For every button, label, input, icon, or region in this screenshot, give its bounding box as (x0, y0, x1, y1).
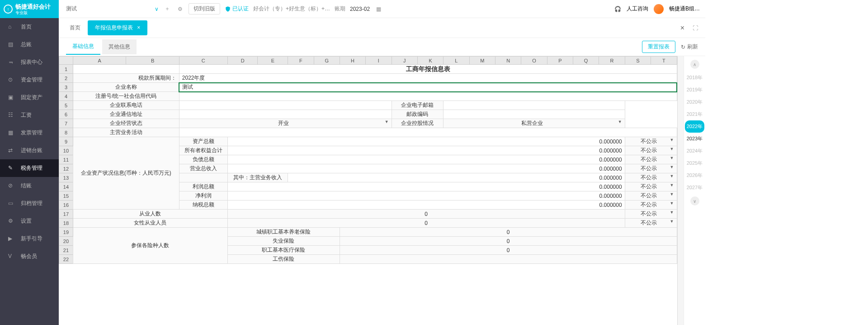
nav-close[interactable]: ⊘结账 (0, 177, 59, 195)
nav-archive[interactable]: ▭归档管理 (0, 195, 59, 212)
year-2025年[interactable]: 2025年 (685, 157, 704, 169)
avatar[interactable] (654, 4, 664, 14)
gear-icon[interactable]: ⚙ (176, 6, 184, 12)
row-header[interactable]: 17 (59, 210, 73, 219)
col-header[interactable]: J (392, 57, 417, 65)
biz-status-select[interactable]: 开业▼ (179, 119, 392, 128)
scrollbar-vertical[interactable] (677, 56, 684, 325)
col-header[interactable]: C (179, 57, 227, 65)
user-name[interactable]: 畅捷通B组… (669, 5, 700, 13)
nav-ledger[interactable]: ▤总账 (0, 36, 59, 53)
row-header[interactable]: 11 (59, 155, 73, 164)
subtab-other[interactable]: 其他信息 (102, 39, 137, 54)
insurance-group[interactable]: 参保各险种人数 (73, 228, 227, 264)
row-header[interactable]: 16 (59, 201, 73, 210)
year-down-icon[interactable]: ∨ (690, 196, 699, 206)
year-2023年[interactable]: 2023年 (685, 133, 704, 145)
headset-icon[interactable]: 🎧 (614, 6, 621, 12)
row-header[interactable]: 13 (59, 173, 73, 182)
row-header[interactable]: 22 (59, 255, 73, 264)
col-header[interactable]: L (443, 57, 469, 65)
col-header[interactable]: R (599, 57, 625, 65)
tab-home[interactable]: 首页 (62, 20, 88, 35)
row-header[interactable]: 8 (59, 128, 73, 137)
col-header[interactable]: B (126, 57, 179, 65)
nav-settings[interactable]: ⚙设置 (0, 212, 59, 230)
subtab-basic[interactable]: 基础信息 (66, 39, 100, 55)
year-2021年[interactable]: 2021年 (685, 108, 704, 120)
row-header[interactable]: 3 (59, 83, 73, 92)
period-value[interactable]: 2023-02 (350, 6, 370, 12)
reset-button[interactable]: 重置报表 (642, 41, 675, 53)
nav-salary[interactable]: ☷工资 (0, 106, 59, 124)
col-header[interactable]: N (495, 57, 521, 65)
col-header[interactable] (59, 57, 73, 65)
col-header[interactable]: K (417, 57, 443, 65)
period-label[interactable]: 税款所属期间： (73, 74, 179, 83)
row-header[interactable]: 18 (59, 219, 73, 228)
nav-guide[interactable]: ▶新手引导 (0, 230, 59, 248)
col-header[interactable]: S (625, 57, 651, 65)
holding-select[interactable]: 私营企业▼ (443, 119, 625, 128)
nav-home[interactable]: ⌂首页 (0, 18, 59, 36)
nav-fund[interactable]: ⊙资金管理 (0, 71, 59, 89)
expand-icon[interactable]: ⛶ (689, 25, 702, 31)
row-header[interactable]: 2 (59, 74, 73, 83)
row-header[interactable]: 9 (59, 137, 73, 146)
nav-asset[interactable]: ▣固定资产 (0, 89, 59, 106)
row-header[interactable]: 5 (59, 101, 73, 110)
col-header[interactable]: F (288, 57, 314, 65)
year-2019年[interactable]: 2019年 (685, 84, 704, 96)
row-header[interactable]: 20 (59, 237, 73, 246)
col-header[interactable]: Q (573, 57, 599, 65)
refresh-button[interactable]: ↻ 刷新 (681, 43, 698, 51)
row-header[interactable]: 21 (59, 246, 73, 255)
close-icon[interactable]: × (676, 24, 689, 32)
row-header[interactable]: 14 (59, 182, 73, 191)
period-value[interactable]: 2022年度 (179, 74, 677, 83)
col-header[interactable]: G (314, 57, 340, 65)
year-2020年[interactable]: 2020年 (685, 96, 704, 108)
row-header[interactable]: 15 (59, 191, 73, 201)
col-header[interactable]: E (258, 57, 288, 65)
nav-stock[interactable]: ⇄进销台账 (0, 142, 59, 159)
sheet-title[interactable]: 工商年报信息表 (179, 65, 677, 74)
row-header[interactable]: 4 (59, 92, 73, 101)
nav-tax[interactable]: ✎税务管理 (0, 159, 59, 177)
tab-close-icon[interactable]: × (137, 24, 140, 31)
row-header[interactable]: 10 (59, 146, 73, 155)
nav-vip[interactable]: V畅会员 (0, 248, 59, 265)
col-header[interactable]: O (521, 57, 547, 65)
col-header[interactable]: A (73, 57, 126, 65)
year-up-icon[interactable]: ∧ (690, 60, 699, 69)
row-header[interactable]: 19 (59, 228, 73, 237)
col-header[interactable]: D (227, 57, 258, 65)
year-2024年[interactable]: 2024年 (685, 145, 704, 157)
tab-report[interactable]: 年报信息申报表 × (88, 20, 147, 35)
company-select[interactable] (64, 4, 150, 14)
year-2022年[interactable]: 2022年 (685, 120, 704, 133)
year-2026年[interactable]: 2026年 (685, 169, 704, 182)
company-name-cell[interactable]: 测试 (179, 83, 677, 92)
calendar-icon[interactable]: ▦ (374, 6, 382, 12)
col-header[interactable]: P (547, 57, 573, 65)
row-header[interactable]: 12 (59, 164, 73, 173)
reg-code-label[interactable]: 注册号/统一社会信用代码 (73, 92, 179, 101)
company-name-label[interactable]: 企业名称 (73, 83, 179, 92)
asset-group[interactable]: 企业资产状况信息(币种：人民币万元) (73, 137, 179, 210)
row-header[interactable]: 7 (59, 119, 73, 128)
add-icon[interactable]: ＋ (163, 5, 171, 13)
nav-invoice[interactable]: ▦发票管理 (0, 124, 59, 142)
col-header[interactable]: I (366, 57, 392, 65)
support-link[interactable]: 人工咨询 (627, 5, 648, 13)
switch-old-button[interactable]: 切到旧版 (189, 3, 220, 14)
year-2018年[interactable]: 2018年 (685, 72, 704, 84)
col-header[interactable]: M (469, 57, 495, 65)
col-header[interactable]: H (340, 57, 365, 65)
dropdown-icon[interactable]: ∨ (155, 6, 159, 12)
col-header[interactable]: T (651, 57, 677, 65)
row-header[interactable]: 1 (59, 65, 73, 74)
nav-chart[interactable]: ⫬报表中心 (0, 53, 59, 71)
year-2027年[interactable]: 2027年 (685, 182, 704, 194)
spreadsheet[interactable]: ABCDEFGHIJKLMNOPQRST1工商年报信息表2税款所属期间：2022… (59, 56, 677, 325)
